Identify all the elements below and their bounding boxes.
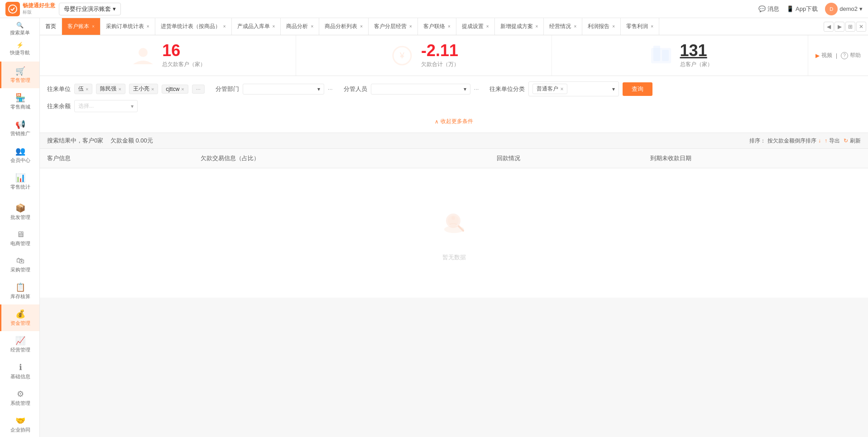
tab-purchase-stats-product[interactable]: 进货单统计表（按商品） × [155,18,232,35]
retail-stats-icon: 📊 [15,173,25,183]
tabs-close-all[interactable]: ✕ [856,22,866,32]
sidebar-item-operations[interactable]: 📈 经营管理 [0,331,39,358]
tab-close-customer-account[interactable]: × [92,24,95,29]
empty-state: 暂无数据 [40,168,868,298]
dept-filter-label: 分管部门 [216,85,239,93]
tab-promotion-settings[interactable]: 提成设置 × [456,18,495,35]
tab-production-in[interactable]: 产成品入库单 × [232,18,281,35]
empty-text: 暂无数据 [442,253,466,261]
sidebar-search[interactable]: 🔍 搜索菜单 [0,18,39,40]
export-button[interactable]: ↑ 导出 [825,137,840,145]
purchasing-icon: 🛍 [16,256,24,266]
store-selector[interactable]: 母婴行业演示账套 ▾ [59,3,121,15]
unit-tag-cjttcw[interactable]: cjttcw × [162,85,188,94]
tabs-scroll-left[interactable]: ◀ [824,22,834,32]
sidebar-item-retail-mall-label: 零售商城 [10,104,30,110]
balance-select[interactable]: 选择... ▾ [74,100,138,112]
tab-close-profit-report[interactable]: × [612,24,615,29]
sidebar-item-system[interactable]: ⚙ 系统管理 [0,385,39,411]
tab-close-product-analysis-list[interactable]: × [360,24,363,29]
tab-home[interactable]: 首页 [40,18,62,35]
tab-operations[interactable]: 经营情况 × [544,18,582,35]
svg-point-1 [139,48,148,57]
tab-product-analysis[interactable]: 商品分析 × [281,18,319,35]
tab-close-operations[interactable]: × [574,24,576,29]
tab-customer-tier[interactable]: 客户分层经营 × [369,18,418,35]
unit-tag-chen[interactable]: 陈民强 × [96,84,125,94]
unit-tag-wang-close[interactable]: × [151,86,154,92]
unit-tag-wang[interactable]: 王小亮 × [129,84,158,94]
sidebar-item-finance[interactable]: 💰 资金管理 [0,304,39,331]
user-name: demo2 [839,5,858,12]
category-select[interactable]: 普通客户 × ▾ [528,81,619,96]
video-button[interactable]: ▶ 视频 [815,52,832,59]
tab-close-customer-tier[interactable]: × [409,24,412,29]
sidebar-item-members[interactable]: 👥 会员中心 [0,142,39,168]
enterprise-icon: 🤝 [15,416,25,426]
category-filter-label: 往来单位分类 [489,85,525,93]
tab-product-analysis-list[interactable]: 商品分析列表 × [319,18,369,35]
col-debt-info: 欠款交易信息（占比） [193,149,489,168]
message-button[interactable]: 💬 消息 [758,5,779,13]
person-select[interactable]: ▾ [371,84,470,95]
user-chevron-icon: ▾ [859,5,863,12]
collapse-button[interactable]: ∧ 收起更多条件 [435,118,473,125]
tab-close-customer-contact[interactable]: × [448,24,451,29]
app-download-button[interactable]: 📱 App下载 [786,5,818,13]
tabs-expand[interactable]: ⊞ [845,22,855,32]
unit-tag-chen-close[interactable]: × [118,86,121,92]
sidebar-item-members-label: 会员中心 [10,157,30,164]
sidebar-quick-nav[interactable]: ⚡ 快捷导航 [0,40,39,58]
sidebar-item-purchasing[interactable]: 🛍 采购管理 [0,252,39,278]
filter-area: 往来单位 伍 × 陈民强 × 王小亮 × [40,76,868,133]
sidebar-item-marketing[interactable]: 📢 营销推广 [0,115,39,142]
person-select-arrow: ▾ [464,86,466,92]
quick-nav-icon: ⚡ [16,42,24,48]
sidebar-item-enterprise[interactable]: 🤝 企业协同 [0,411,39,437]
retail-mall-icon: 🏪 [15,93,25,103]
tab-close-retail-profit[interactable]: × [651,24,653,29]
sidebar-item-retail-label: 零售管理 [10,77,30,84]
tab-customer-account[interactable]: 客户账本 × [62,18,101,35]
tab-purchase-order-stats[interactable]: 采购订单统计表 × [101,18,155,35]
operations-icon: 📈 [15,336,25,346]
nav-tabs: 首页 客户账本 × 采购订单统计表 × 进货单统计表（按商品） × 产成品入库单… [40,18,868,35]
dept-select[interactable]: ▾ [243,84,324,95]
refresh-button[interactable]: ↻ 刷新 [844,137,861,145]
sidebar-item-wholesale[interactable]: 📦 批发管理 [0,199,39,225]
unit-tag-wu[interactable]: 伍 × [74,84,92,94]
unit-tag-cjttcw-close[interactable]: × [181,86,184,92]
user-menu[interactable]: D demo2 ▾ [825,3,863,15]
unit-tag-more[interactable]: ··· [192,85,205,94]
sidebar-item-retail-mall[interactable]: 🏪 零售商城 [0,88,39,115]
sidebar-item-ecommerce[interactable]: 🖥 电商管理 [0,225,39,252]
tab-close-production[interactable]: × [273,24,275,29]
tab-close-add-promotion[interactable]: × [536,24,538,29]
tabs-scroll-right[interactable]: ▶ [834,22,844,32]
sidebar-item-inventory[interactable]: 📋 库存核算 [0,278,39,304]
svg-rect-6 [662,50,669,61]
results-bar: 搜索结果中，客户0家 欠款金额 0.00元 排序： 按欠款金额倒序排序 ↓ ↑ … [40,133,868,149]
total-label: 总客户（家） [680,61,713,68]
tab-close-promotion-settings[interactable]: × [486,24,489,29]
tab-close-purchase-order[interactable]: × [147,24,149,29]
unit-tag-wu-close[interactable]: × [86,86,88,92]
tab-customer-contact[interactable]: 客户联络 × [418,18,456,35]
sidebar-item-basic-info[interactable]: ℹ 基础信息 [0,358,39,385]
refresh-icon: ↻ [844,138,848,144]
tab-close-purchase-stats[interactable]: × [223,24,226,29]
query-button[interactable]: 查询 [623,82,652,96]
sidebar-item-retail-stats[interactable]: 📊 零售统计 [0,168,39,195]
sidebar-item-retail[interactable]: 🛒 零售管理 [0,62,39,88]
tab-profit-report[interactable]: 利润报告 × [582,18,621,35]
tab-retail-profit[interactable]: 零售利润 × [621,18,659,35]
tab-close-product-analysis[interactable]: × [311,24,313,29]
export-icon: ↑ [825,138,827,144]
product-analysis-list-label: 商品分析列表 [325,23,357,30]
help-button[interactable]: ? 帮助 [841,52,861,59]
tab-add-promotion[interactable]: 新增提成方案 × [495,18,544,35]
logo-text: 畅捷通好生意 [23,2,55,9]
members-icon: 👥 [15,146,25,156]
sort-button[interactable]: 排序： 按欠款金额倒序排序 ↓ [749,137,821,145]
sidebar-item-retail-stats-label: 零售统计 [10,184,30,190]
